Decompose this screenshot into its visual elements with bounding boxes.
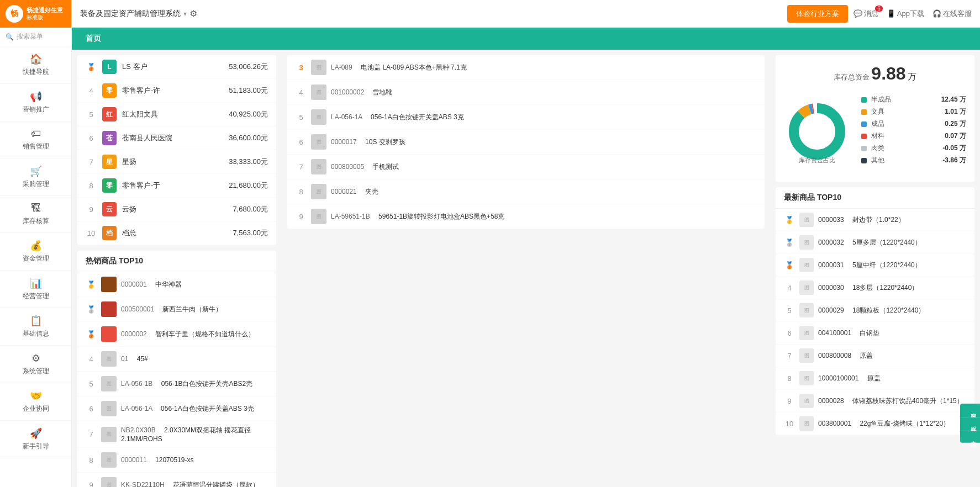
sidebar-nav-item-采购管理[interactable]: 🛒采购管理 — [0, 158, 71, 196]
product-info: 0000011 12070519-xs — [121, 456, 268, 465]
product-rank-item: 6 图 0000017 10S 变刹罗孩 — [287, 130, 765, 155]
rank-number: 🥉 — [86, 330, 97, 338]
sidebar-nav-item-销售管理[interactable]: 🏷销售管理 — [0, 121, 71, 158]
product-code: 0000032 — [818, 239, 851, 246]
logo-sub: 标准版 — [27, 14, 63, 22]
customer-name: 苍南县人民医院 — [122, 133, 223, 143]
product-name: 056-1B白色按键开关壳ABS2壳 — [161, 380, 252, 388]
product-name: 夹壳 — [365, 188, 378, 195]
message-icon: 💬 — [853, 9, 862, 18]
donut-chart: 库存资金占比 — [784, 98, 850, 165]
inventory-legend: 半成品 12.45 万 文具 1.01 万 成品 0.25 万 材料 0.07 … — [861, 95, 966, 168]
rank-number: 9 — [86, 481, 97, 488]
product-info: LA-056-1A 056-1A白色按键开关盖ABS 3壳 — [121, 404, 268, 414]
product-image — [101, 301, 117, 317]
rank-number: 7 — [296, 163, 307, 171]
customer-avatar: L — [102, 60, 117, 74]
rank-number: 3 — [296, 63, 307, 72]
message-button[interactable]: 💬 消息 6 — [853, 9, 878, 19]
rank-number: 5 — [86, 110, 97, 119]
product-code: 0000021 — [331, 188, 363, 195]
product-name: 智利车子里（规格不知道填什么） — [155, 330, 255, 338]
sidebar-nav-item-基础信息[interactable]: 📋基础信息 — [0, 308, 71, 346]
float-button-客服热线[interactable]: 客服热线 — [960, 404, 980, 417]
trial-button[interactable]: 体验行业方案 — [787, 5, 848, 23]
sidebar-nav-item-快捷导航[interactable]: 🏠快捷导航 — [0, 46, 71, 84]
product-code: 0000001 — [121, 280, 154, 288]
legend-item: 成品 0.25 万 — [861, 119, 966, 129]
product-name: 056-1A白色按键开关盖ABS 3克 — [371, 113, 464, 121]
search-menu[interactable]: 🔍 搜索菜单 — [0, 28, 71, 46]
customer-avatar: 红 — [102, 107, 117, 121]
product-image: 图 — [799, 326, 814, 340]
product-code: 004100001 — [818, 329, 858, 337]
product-rank-item: 5 图 LA-056-1A 056-1A白色按键开关盖ABS 3克 — [287, 105, 765, 130]
product-name: 原盖 — [867, 374, 881, 382]
float-button-直播[interactable]: 直播 — [960, 431, 980, 443]
product-code: LA-089 — [331, 63, 359, 71]
product-info: 0000029 18颗粒板（1220*2440） — [818, 306, 966, 315]
online-service-button[interactable]: 🎧 在线客服 — [932, 9, 972, 19]
rank-number: 8 — [86, 456, 97, 464]
service-label: 在线客服 — [943, 9, 972, 19]
nav-label: 企业协同 — [23, 404, 49, 414]
legend-value: -0.05 万 — [942, 144, 966, 153]
rank-item: 9 云 云扬 7,680.00元 — [77, 198, 276, 221]
rank-number: 🥉 — [86, 63, 97, 71]
product-rank-item: 7 图 000800005 手机测试 — [287, 155, 765, 179]
rank-number: 10 — [784, 420, 795, 428]
sidebar-nav-item-经营管理[interactable]: 📊经营管理 — [0, 271, 71, 308]
sidebar-nav-item-库存核算[interactable]: 🏗库存核算 — [0, 196, 71, 233]
rank-number: 🥉 — [784, 261, 795, 269]
sidebar-nav-item-新手引导[interactable]: 🚀新手引导 — [0, 421, 71, 458]
legend-item: 文具 1.01 万 — [861, 107, 966, 117]
product-code: 01 — [121, 355, 135, 363]
nav-label: 基础信息 — [23, 329, 49, 338]
rank-number: 4 — [296, 88, 307, 97]
customer-value: 7,680.00元 — [233, 204, 268, 214]
app-label: App下载 — [897, 9, 924, 19]
sidebar-nav-item-资金管理[interactable]: 💰资金管理 — [0, 233, 71, 271]
nav-label: 经营管理 — [23, 292, 49, 301]
nav-label: 系统管理 — [23, 367, 49, 376]
middle-column: 3 图 LA-089 电池盖 LA-089 ABS本色+黑种 7.1克 4 图 … — [282, 50, 770, 487]
legend-value: 0.07 万 — [945, 131, 966, 141]
product-code: 0000030 — [818, 284, 851, 292]
rank-number: 6 — [86, 405, 97, 413]
product-info: 000800008 原盖 — [818, 351, 966, 361]
product-code: 0000029 — [818, 306, 851, 314]
product-info: 003800001 22g鱼豆腐-烧烤味（1*12*20） — [818, 419, 966, 428]
newest-product-item: 🥇 图 0000033 封边带（1.0*22） — [776, 209, 974, 231]
hot-product-item: 🥉 0000002 智利车子里（规格不知道填什么） — [77, 322, 276, 347]
donut-svg — [784, 98, 850, 165]
nav-icon: 🏠 — [30, 53, 42, 65]
product-name: 22g鱼豆腐-烧烤味（1*12*20） — [860, 420, 950, 427]
float-button-服务社区[interactable]: 服务社区 — [960, 417, 980, 431]
legend-name: 成品 — [871, 119, 940, 129]
rank-number: 5 — [784, 306, 795, 315]
product-image: 图 — [799, 303, 814, 317]
dropdown-arrow-icon[interactable]: ▾ — [183, 10, 187, 18]
product-image: 图 — [101, 477, 117, 487]
customer-name: 红太阳文具 — [122, 109, 223, 119]
newest-product-item: 10 图 003800001 22g鱼豆腐-烧烤味（1*12*20） — [776, 412, 974, 435]
settings-icon[interactable]: ⚙ — [189, 8, 197, 19]
customer-avatar: 档 — [102, 226, 117, 240]
sidebar-nav-item-企业协同[interactable]: 🤝企业协同 — [0, 383, 71, 421]
nav-label: 营销推广 — [23, 105, 49, 114]
product-info: LA-056-1B 056-1B白色按键开关壳ABS2壳 — [121, 379, 268, 389]
hot-product-item: 6 图 LA-056-1A 056-1A白色按键开关盖ABS 3壳 — [77, 396, 276, 421]
sidebar-nav-item-营销推广[interactable]: 📢营销推广 — [0, 84, 71, 121]
product-image: 图 — [799, 235, 814, 250]
rank-number: 8 — [86, 182, 97, 190]
hot-product-item: 5 图 LA-056-1B 056-1B白色按键开关壳ABS2壳 — [77, 372, 276, 396]
product-image: 图 — [101, 427, 117, 442]
product-info: 000500001 新西兰牛肉（新牛） — [121, 305, 268, 314]
customer-value: 36,600.00元 — [229, 133, 268, 143]
home-tab[interactable]: 首页 — [83, 34, 104, 44]
sidebar-nav-item-系统管理[interactable]: ⚙系统管理 — [0, 346, 71, 383]
product-rank-item: 3 图 LA-089 电池盖 LA-089 ABS本色+黑种 7.1克 — [287, 55, 765, 80]
app-download-button[interactable]: 📱 App下载 — [887, 9, 924, 19]
inventory-title: 库存总资金 — [834, 73, 870, 81]
rank-number: 9 — [86, 205, 97, 214]
